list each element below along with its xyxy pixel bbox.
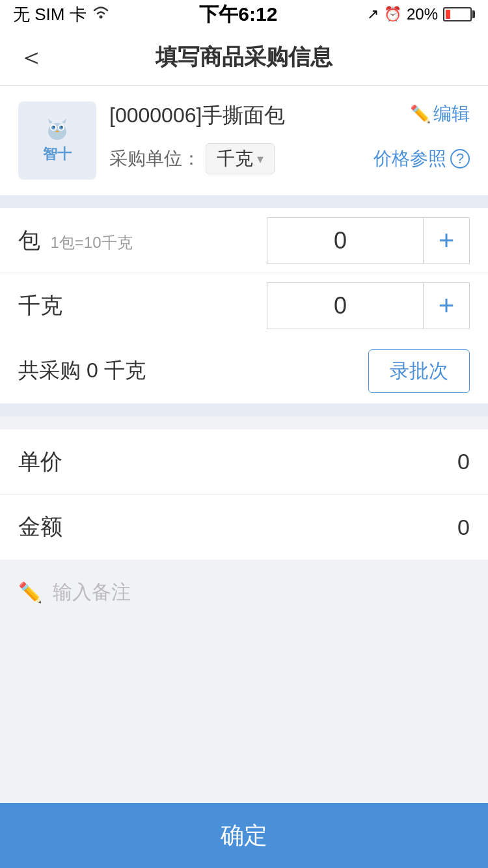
pencil-icon: ✏️ [18,581,42,604]
battery-percent: 20% [407,5,438,23]
sim-label: 无 SIM 卡 [13,3,87,26]
chevron-down-icon: ▾ [257,151,264,167]
edit-icon: ✏️ [410,104,431,124]
svg-point-5 [59,126,63,129]
edit-button[interactable]: ✏️ 编辑 [410,102,470,126]
status-right: ↗ ⏰ 20% [367,5,475,23]
amount-value: 0 [457,515,470,540]
amount-label: 金额 [18,512,62,542]
confirm-label: 确定 [221,820,267,852]
price-ref-button[interactable]: 价格参照 ? [373,146,470,171]
note-section[interactable]: ✏️ 输入备注 [0,560,488,625]
status-bar: 无 SIM 卡 下午6:12 ↗ ⏰ 20% [0,0,488,29]
alarm-icon: ⏰ [384,6,401,23]
status-left: 无 SIM 卡 [13,3,110,26]
question-icon: ? [450,149,470,169]
note-placeholder: 输入备注 [53,579,131,606]
svg-point-6 [53,126,55,128]
back-button[interactable]: ＜ [18,39,44,75]
section-divider-2 [0,403,488,416]
product-info: [0000006]手撕面包 ✏️ 编辑 采购单位： 千克 ▾ 价格参照 ? [109,102,470,174]
unit-price-row: 单价 0 [0,429,488,495]
bag-sublabel: 1包=10千克 [50,234,132,251]
wifi-icon [92,5,110,23]
status-time: 下午6:12 [199,1,277,28]
kg-plus-button[interactable]: + [423,282,470,329]
kg-input-wrap: + [267,282,470,329]
kg-input[interactable] [267,282,423,329]
page-title: 填写商品采购信息 [156,42,332,72]
section-divider-1 [0,195,488,208]
batch-button[interactable]: 录批次 [368,349,470,393]
svg-point-4 [51,126,55,129]
unit-label: 采购单位： 千克 ▾ [109,143,275,174]
product-name: [0000006]手撕面包 [109,102,285,130]
unit-price-value: 0 [457,449,470,474]
svg-marker-10 [62,118,66,124]
total-row: 共采购 0 千克 录批次 [0,338,488,403]
input-section: 包 1包=10千克 + 千克 + [0,208,488,338]
unit-price-label: 单价 [18,447,62,477]
confirm-button[interactable]: 确定 [0,803,488,868]
battery-icon [443,7,475,21]
bag-label: 包 1包=10千克 [18,226,267,256]
product-thumbnail: 智十 [18,102,96,180]
amount-row: 金额 0 [0,495,488,560]
nav-bar: ＜ 填写商品采购信息 [0,29,488,86]
owl-brand-text: 智十 [43,144,72,164]
svg-marker-9 [48,118,53,124]
unit-select[interactable]: 千克 ▾ [206,143,275,174]
bag-input[interactable] [267,217,423,264]
kg-label: 千克 [18,291,267,321]
total-label: 共采购 0 千克 [18,357,146,385]
bag-input-row: 包 1包=10千克 + [0,208,488,273]
bag-input-wrap: + [267,217,470,264]
info-section: 单价 0 金额 0 [0,429,488,560]
svg-point-7 [61,126,62,128]
svg-point-0 [99,16,102,19]
product-card: 智十 [0000006]手撕面包 ✏️ 编辑 采购单位： 千克 ▾ [0,86,488,195]
location-icon: ↗ [367,6,379,23]
bag-plus-button[interactable]: + [423,217,470,264]
kg-input-row: 千克 + [0,273,488,338]
